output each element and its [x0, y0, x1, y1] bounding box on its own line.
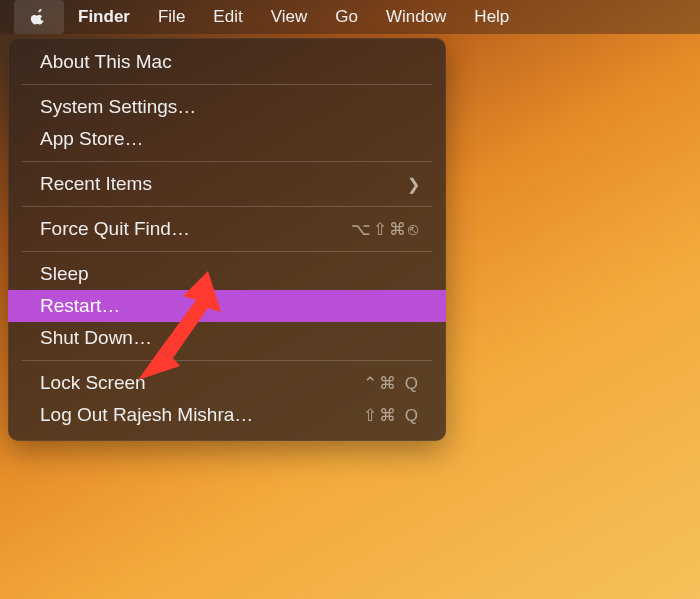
force-quit-shortcut: ⌥⇧⌘⎋	[351, 219, 420, 240]
lock-screen-menu-item[interactable]: Lock Screen ⌃⌘ Q	[8, 367, 446, 399]
lock-screen-label: Lock Screen	[40, 372, 146, 394]
recent-items-label: Recent Items	[40, 173, 152, 195]
menu-separator	[22, 161, 432, 162]
active-app-label: Finder	[78, 7, 130, 27]
menu-separator	[22, 84, 432, 85]
menu-separator	[22, 206, 432, 207]
menu-separator	[22, 251, 432, 252]
system-settings-label: System Settings…	[40, 96, 196, 118]
logout-label: Log Out Rajesh Mishra…	[40, 404, 253, 426]
apple-menu-button[interactable]	[14, 0, 64, 34]
menu-bar: Finder File Edit View Go Window Help	[0, 0, 700, 34]
menu-help-label: Help	[474, 7, 509, 27]
restart-menu-item[interactable]: Restart…	[8, 290, 446, 322]
menu-window-label: Window	[386, 7, 446, 27]
menu-edit-label: Edit	[213, 7, 242, 27]
menu-separator	[22, 360, 432, 361]
shutdown-label: Shut Down…	[40, 327, 152, 349]
apple-logo-icon	[30, 8, 48, 26]
menu-file[interactable]: File	[144, 0, 199, 34]
shut-down-menu-item[interactable]: Shut Down…	[8, 322, 446, 354]
restart-label: Restart…	[40, 295, 120, 317]
menu-view-label: View	[271, 7, 308, 27]
menu-go-label: Go	[335, 7, 358, 27]
about-this-mac-menu-item[interactable]: About This Mac	[8, 46, 446, 78]
sleep-label: Sleep	[40, 263, 89, 285]
menu-go[interactable]: Go	[321, 0, 372, 34]
logout-shortcut: ⇧⌘ Q	[363, 405, 420, 426]
app-store-label: App Store…	[40, 128, 144, 150]
force-quit-menu-item[interactable]: Force Quit Find… ⌥⇧⌘⎋	[8, 213, 446, 245]
log-out-menu-item[interactable]: Log Out Rajesh Mishra… ⇧⌘ Q	[8, 399, 446, 431]
about-label: About This Mac	[40, 51, 172, 73]
lock-screen-shortcut: ⌃⌘ Q	[363, 373, 420, 394]
apple-menu-dropdown: About This Mac System Settings… App Stor…	[8, 38, 446, 441]
force-quit-label: Force Quit Find…	[40, 218, 190, 240]
menu-window[interactable]: Window	[372, 0, 460, 34]
menu-view[interactable]: View	[257, 0, 322, 34]
recent-items-menu-item[interactable]: Recent Items ❯	[8, 168, 446, 200]
sleep-menu-item[interactable]: Sleep	[8, 258, 446, 290]
chevron-right-icon: ❯	[407, 175, 420, 194]
menu-edit[interactable]: Edit	[199, 0, 256, 34]
app-store-menu-item[interactable]: App Store…	[8, 123, 446, 155]
system-settings-menu-item[interactable]: System Settings…	[8, 91, 446, 123]
menu-help[interactable]: Help	[460, 0, 523, 34]
active-app-name[interactable]: Finder	[64, 0, 144, 34]
menu-file-label: File	[158, 7, 185, 27]
